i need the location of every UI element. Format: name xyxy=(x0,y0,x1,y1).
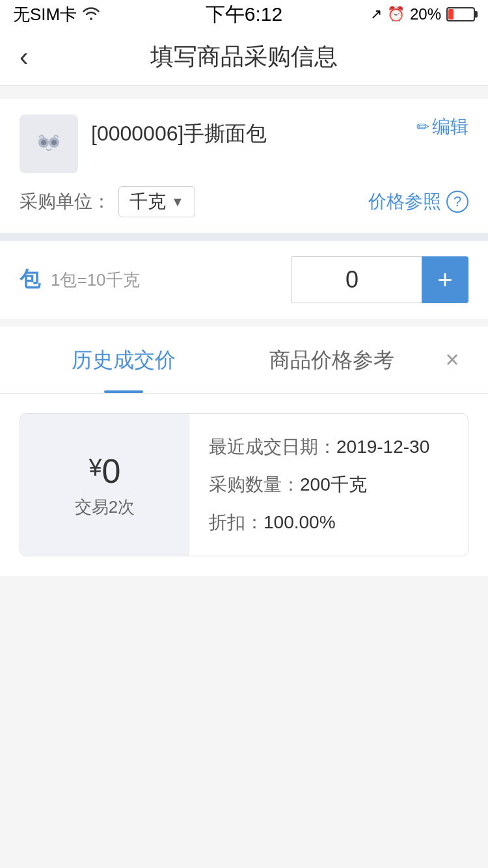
quantity-row: 包 1包=10千克 + xyxy=(0,241,488,319)
unit-value: 千克 xyxy=(129,189,166,214)
recent-date-label: 最近成交日期： xyxy=(209,437,336,457)
quantity-plus-button[interactable]: + xyxy=(422,256,468,303)
product-thumbnail xyxy=(20,115,78,173)
help-icon: ? xyxy=(446,191,468,213)
recent-date-row: 最近成交日期：2019-12-30 xyxy=(209,433,448,461)
recent-date-value: 2019-12-30 xyxy=(336,437,429,457)
svg-point-3 xyxy=(51,140,57,145)
bag-label: 包 xyxy=(20,265,40,294)
product-left: [0000006]手撕面包 xyxy=(20,115,267,173)
battery-icon xyxy=(446,7,475,21)
section-divider xyxy=(0,233,488,241)
carrier-text: 无SIM卡 xyxy=(13,3,77,26)
unit-select[interactable]: 千克 ▼ xyxy=(118,186,195,217)
tab-history-price[interactable]: 历史成交价 xyxy=(20,327,228,393)
history-price-content: ¥0 交易2次 最近成交日期：2019-12-30 采购数量：200千克 折扣：… xyxy=(0,394,488,576)
purchase-qty-label: 采购数量： xyxy=(209,474,300,495)
purchase-qty-row: 采购数量：200千克 xyxy=(209,471,448,498)
price-right-panel: 最近成交日期：2019-12-30 采购数量：200千克 折扣：100.00% xyxy=(189,414,468,556)
page-title: 填写商品采购信息 xyxy=(150,41,338,73)
edit-icon: ✏ xyxy=(416,118,429,136)
discount-label: 折扣： xyxy=(209,512,264,532)
price-left-panel: ¥0 交易2次 xyxy=(20,414,189,556)
currency-symbol: ¥ xyxy=(89,454,102,481)
unit-label: 采购单位： xyxy=(20,189,111,214)
price-reference-button[interactable]: 价格参照 ? xyxy=(368,189,468,214)
dropdown-arrow-icon: ▼ xyxy=(171,195,184,210)
tab-close-button[interactable]: × xyxy=(436,344,468,376)
back-button[interactable]: ‹ xyxy=(20,36,34,78)
product-card: [0000006]手撕面包 ✏ 编辑 采购单位： 千克 ▼ 价格参照 ? xyxy=(0,99,488,233)
main-content-area xyxy=(0,576,488,868)
alarm-icon: ⏰ xyxy=(387,6,405,23)
discount-value: 100.00% xyxy=(264,512,336,532)
trade-count: 交易2次 xyxy=(75,496,135,519)
status-bar: 无SIM卡 下午6:12 ↗ ⏰ 20% xyxy=(0,0,488,29)
location-icon: ↗ xyxy=(370,6,382,23)
quantity-input[interactable] xyxy=(291,256,422,303)
wifi-icon xyxy=(82,5,100,25)
status-right: ↗ ⏰ 20% xyxy=(370,5,475,23)
status-left: 无SIM卡 xyxy=(13,3,100,26)
unit-conversion: 1包=10千克 xyxy=(51,269,140,292)
purchase-qty-value: 200千克 xyxy=(300,474,367,495)
tabs-header: 历史成交价 商品价格参考 × xyxy=(0,327,488,394)
quantity-unit-info: 包 1包=10千克 xyxy=(20,265,140,294)
nav-bar: ‹ 填写商品采购信息 xyxy=(0,29,488,86)
tabs-panel: 历史成交价 商品价格参考 × ¥0 交易2次 最近成交日期：2019-12-30… xyxy=(0,327,488,576)
price-amount: ¥0 xyxy=(89,452,121,491)
product-name: [0000006]手撕面包 xyxy=(91,115,267,148)
svg-point-2 xyxy=(41,140,46,145)
status-time: 下午6:12 xyxy=(206,1,282,28)
product-header: [0000006]手撕面包 ✏ 编辑 xyxy=(20,115,468,173)
quantity-control: + xyxy=(291,256,468,303)
product-unit-row: 采购单位： 千克 ▼ 价格参照 ? xyxy=(20,186,468,217)
tab-price-reference[interactable]: 商品价格参考 xyxy=(228,327,436,393)
battery-percent: 20% xyxy=(410,5,441,23)
discount-row: 折扣：100.00% xyxy=(209,509,448,536)
edit-button[interactable]: ✏ 编辑 xyxy=(416,115,468,139)
price-ref-label: 价格参照 xyxy=(368,189,441,214)
price-card: ¥0 交易2次 最近成交日期：2019-12-30 采购数量：200千克 折扣：… xyxy=(20,413,468,556)
